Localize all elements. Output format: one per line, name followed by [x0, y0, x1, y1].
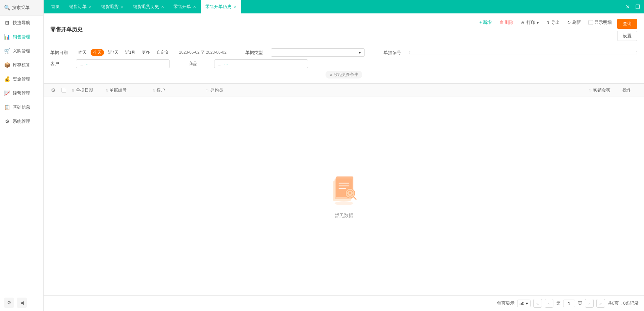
th-num[interactable]: ⇅ 单据编号 — [103, 87, 150, 93]
th-amount[interactable]: ⇅ 实销金额 — [586, 87, 620, 93]
page-title-row: 零售开单历史 + 新增 🗑 删除 🖨 打印 ▾ ⇧ 导出 ↻ 刷新 — [50, 18, 637, 41]
sidebar-item-sys-mgmt[interactable]: ⚙ 系统管理 — [0, 114, 43, 128]
sidebar-item-purchase-mgmt[interactable]: 🛒 采购管理 — [0, 44, 43, 58]
nav-label-quick-nav: 快捷导航 — [13, 20, 30, 26]
print-btn[interactable]: 🖨 打印 ▾ — [519, 18, 541, 27]
th-action: 操作 — [620, 87, 640, 93]
filter-row-customer: 客户 ... ··· 商品 ... ··· — [50, 59, 637, 68]
tab-retail-history[interactable]: 零售开单历史✕ — [201, 0, 241, 13]
sidebar-item-operations[interactable]: 📈 经营管理 — [0, 86, 43, 100]
tab-close-retail-history[interactable]: ✕ — [234, 5, 237, 9]
th-customer-label: 客户 — [156, 87, 165, 93]
date-btn-昨天[interactable]: 昨天 — [76, 49, 89, 56]
goods-ellipsis-btn[interactable]: ··· — [224, 61, 228, 66]
goods-input[interactable]: ... ··· — [214, 59, 308, 68]
tab-label-sales-return: 销货退货 — [101, 4, 118, 10]
query-btn[interactable]: 查询 — [617, 19, 637, 29]
doc-type-select[interactable]: ▾ — [271, 48, 365, 57]
tab-sales-return-history[interactable]: 销货退货历史✕ — [128, 0, 169, 13]
goods-filter-label: 商品 — [189, 61, 209, 67]
table-settings-col[interactable]: ⚙ — [48, 87, 58, 93]
window-restore-btn[interactable]: ❐ — [634, 2, 641, 11]
tab-home[interactable]: 首页 — [46, 0, 64, 13]
per-page-select[interactable]: 50 ▾ — [517, 300, 530, 307]
th-guide[interactable]: ⇅ 导购员 — [203, 87, 230, 93]
select-all-checkbox[interactable] — [61, 88, 66, 93]
table-settings-icon: ⚙ — [51, 87, 55, 93]
tab-close-sales-order[interactable]: ✕ — [89, 5, 92, 9]
date-btn-更多[interactable]: 更多 — [139, 49, 153, 56]
collapse-label: 收起更多条件 — [334, 72, 358, 77]
delete-btn[interactable]: 🗑 删除 — [497, 18, 516, 27]
th-date[interactable]: ⇅ 单据日期 — [69, 87, 103, 93]
customer-filter-label: 客户 — [50, 61, 70, 67]
sidebar-item-sales-mgmt[interactable]: 📊 销售管理 — [0, 30, 43, 44]
tab-sales-order[interactable]: 销售订单✕ — [64, 0, 96, 13]
page-number-input[interactable] — [563, 300, 575, 307]
date-btn-今天[interactable]: 今天 — [91, 49, 104, 56]
display-detail-checkbox[interactable] — [588, 20, 593, 25]
empty-state: 暂无数据 — [44, 97, 644, 295]
filter-row-date: 单据日期 昨天今天近7天近1月更多自定义 2023-06-02 至 2023-0… — [50, 48, 637, 57]
per-page-label: 每页显示 — [497, 300, 514, 306]
table-checkbox-col[interactable] — [58, 88, 69, 93]
first-page-icon: « — [536, 301, 539, 306]
page-header: 零售开单历史 + 新增 🗑 删除 🖨 打印 ▾ ⇧ 导出 ↻ 刷新 — [44, 13, 644, 84]
content-area: 零售开单历史 + 新增 🗑 删除 🖨 打印 ▾ ⇧ 导出 ↻ 刷新 — [44, 13, 644, 311]
sidebar-item-base-info[interactable]: 📋 基础信息 — [0, 100, 43, 114]
prev-page-icon: ‹ — [548, 301, 549, 306]
date-btn-自定义[interactable]: 自定义 — [154, 49, 171, 56]
nav-icon-sales-mgmt: 📊 — [4, 34, 10, 40]
settings-footer-btn[interactable]: ⚙ — [4, 298, 14, 308]
tab-close-sales-return-history[interactable]: ✕ — [161, 5, 164, 9]
th-date-sort: ⇅ — [72, 89, 75, 92]
doc-num-label: 单据编号 — [384, 50, 404, 56]
last-page-btn[interactable]: » — [596, 299, 605, 308]
total-info: 共0页，0条记录 — [608, 300, 639, 306]
pagination-bar: 每页显示 50 ▾ « ‹ 第 页 › » — [44, 295, 644, 311]
per-page-value: 50 — [519, 301, 524, 306]
tab-bar: 首页销售订单✕销货退货✕销货退货历史✕零售开单✕零售开单历史✕ ✕ ❐ — [44, 0, 644, 13]
table-header: ⚙ ⇅ 单据日期 ⇅ 单据编号 ⇅ 客户 ⇅ — [44, 84, 644, 97]
tab-close-sales-return[interactable]: ✕ — [120, 5, 123, 9]
refresh-btn[interactable]: ↻ 刷新 — [565, 18, 583, 27]
collapse-btn[interactable]: ∧ 收起更多条件 — [326, 71, 362, 79]
export-btn[interactable]: ⇧ 导出 — [544, 18, 562, 27]
window-close-btn[interactable]: ✕ — [624, 2, 631, 11]
next-page-btn[interactable]: › — [585, 299, 594, 308]
sidebar-search[interactable]: 🔍 搜索采单 — [0, 0, 43, 16]
sidebar-item-inventory[interactable]: 📦 库存核算 — [0, 58, 43, 72]
toolbar: + 新增 🗑 删除 🖨 打印 ▾ ⇧ 导出 ↻ 刷新 显示明细 — [477, 18, 614, 27]
date-btn-近1月[interactable]: 近1月 — [122, 49, 138, 56]
customer-ellipsis-btn[interactable]: ··· — [86, 61, 90, 66]
sidebar-item-quick-nav[interactable]: ⊞ 快捷导航 — [0, 16, 43, 30]
tab-close-retail-open[interactable]: ✕ — [193, 5, 196, 9]
nav-icon-quick-nav: ⊞ — [4, 20, 10, 26]
first-page-btn[interactable]: « — [533, 299, 542, 308]
page-word-suffix: 页 — [578, 300, 582, 306]
settings-footer-icon: ⚙ — [7, 300, 11, 305]
filter-area: 单据日期 昨天今天近7天近1月更多自定义 2023-06-02 至 2023-0… — [50, 45, 637, 83]
doc-type-arrow: ▾ — [359, 50, 361, 55]
per-page-arrow: ▾ — [526, 301, 528, 306]
prev-page-btn[interactable]: ‹ — [545, 299, 553, 308]
tab-retail-open[interactable]: 零售开单✕ — [169, 0, 201, 13]
customer-input[interactable]: ... ··· — [76, 59, 170, 68]
date-range-display: 2023-06-02 至 2023-06-02 — [179, 50, 226, 55]
doc-num-input[interactable] — [409, 51, 637, 54]
date-btn-近7天[interactable]: 近7天 — [105, 49, 121, 56]
collapse-sidebar-icon: ◀ — [20, 300, 24, 305]
tab-sales-return[interactable]: 销货退货✕ — [96, 0, 128, 13]
nav-label-sys-mgmt: 系统管理 — [13, 118, 30, 124]
sidebar-item-finance[interactable]: 💰 资金管理 — [0, 72, 43, 86]
settings-btn[interactable]: 设置 — [617, 31, 637, 41]
add-btn[interactable]: + 新增 — [477, 18, 494, 27]
last-page-icon: » — [599, 301, 602, 306]
collapse-row: ∧ 收起更多条件 — [50, 71, 637, 81]
collapse-sidebar-btn[interactable]: ◀ — [17, 298, 27, 308]
page-title: 零售开单历史 — [50, 26, 83, 33]
th-customer[interactable]: ⇅ 客户 — [150, 87, 203, 93]
next-page-icon: › — [588, 301, 590, 306]
display-detail-btn[interactable]: 显示明细 — [586, 18, 614, 27]
empty-text: 暂无数据 — [335, 213, 353, 219]
